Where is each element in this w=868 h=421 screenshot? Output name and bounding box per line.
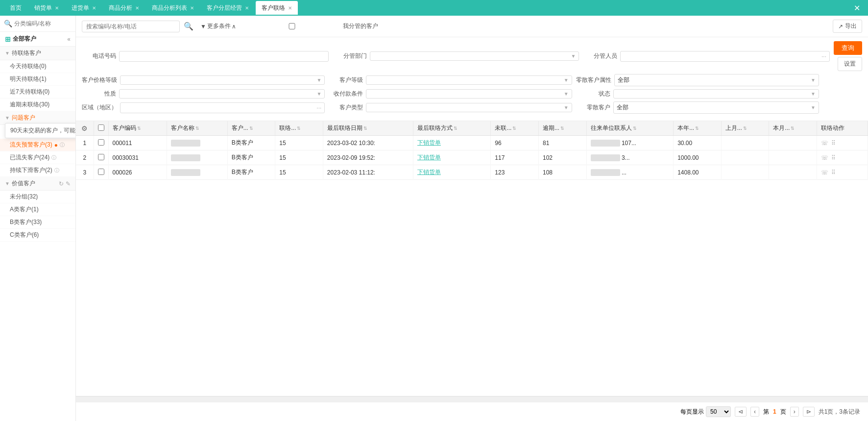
sidebar-group-value[interactable]: ▼ 价值客户 ↻ ✎ (0, 177, 75, 191)
contact-method-link[interactable]: 下销货单 (417, 154, 441, 161)
filter-area-select[interactable]: ··· (120, 102, 325, 113)
sort-icon-overdue[interactable]: ⇅ (560, 126, 564, 131)
sidebar-collapse-btn[interactable]: « (67, 36, 71, 43)
sort-icon-level[interactable]: ⇅ (249, 126, 253, 131)
sidebar-all-customers[interactable]: ⊞ 全部客户 « (0, 32, 75, 47)
more-conditions-button[interactable]: ▼ 更多条件 ∧ (197, 20, 239, 32)
th-settings[interactable]: ⚙ (76, 121, 94, 136)
last-page-button[interactable]: ⊳ (803, 407, 815, 417)
filter-row-4: 区域（地区） ··· 客户类型 ▼ 零散客户 全部 (82, 101, 862, 114)
tab-customer-tier-close[interactable]: ✕ (245, 5, 249, 11)
filter-zero-attr-select[interactable]: 全部 ▼ (614, 74, 819, 86)
tab-analysis-list[interactable]: 商品分析列表 ✕ (146, 1, 200, 15)
more-action-icon[interactable]: ⠿ (831, 169, 836, 176)
sidebar-item-c-class[interactable]: C类客户(6) (0, 229, 75, 242)
contact-method-link[interactable]: 下销货单 (417, 169, 441, 175)
sort-icon-name[interactable]: ⇅ (195, 126, 199, 131)
filter-manager-select[interactable]: ··· (620, 51, 830, 62)
tab-analysis-close[interactable]: ✕ (135, 5, 139, 11)
tab-customer-contact-close[interactable]: ✕ (288, 5, 292, 11)
select-all-checkbox[interactable] (98, 124, 104, 131)
tab-analysis[interactable]: 商品分析 ✕ (103, 1, 145, 15)
sort-icon-not-contacted[interactable]: ⇅ (512, 126, 516, 131)
sort-icon-date[interactable]: ⇅ (363, 126, 367, 131)
tab-analysis-list-close[interactable]: ✕ (190, 5, 194, 11)
sidebar-group-pending[interactable]: ▼ 待联络客户 (0, 47, 75, 60)
first-page-button[interactable]: ⊲ (735, 407, 747, 417)
my-customers-checkbox[interactable] (243, 23, 341, 29)
sidebar-item-a-class[interactable]: A类客户(1) (0, 203, 75, 216)
th-checkbox[interactable] (94, 121, 108, 136)
sort-icon-last-month[interactable]: ⇅ (743, 126, 747, 131)
filter-phone-input[interactable] (119, 51, 329, 62)
search-input[interactable] (82, 21, 180, 32)
sort-icon-method[interactable]: ⇅ (454, 126, 458, 131)
prev-page-button[interactable]: ‹ (750, 407, 759, 417)
settings-icon[interactable]: ⚙ (81, 124, 88, 132)
my-customers-checkbox-label[interactable]: 我分管的客户 (243, 22, 378, 30)
tab-home[interactable]: 首页 (4, 1, 27, 15)
cell-last-method[interactable]: 下销货单 (413, 150, 490, 165)
sidebar-item-overdue[interactable]: 逾期未联络(30) (0, 99, 75, 111)
contact-icon[interactable]: ☏ (821, 169, 828, 176)
cell-action[interactable]: ☏ ⠿ (817, 136, 868, 150)
sidebar-item-tomorrow[interactable]: 明天待联络(1) (0, 73, 75, 86)
cell-action[interactable]: ☏ ⠿ (817, 165, 868, 180)
cell-checkbox[interactable] (94, 136, 108, 150)
tab-sales-close[interactable]: ✕ (55, 5, 59, 11)
cell-action[interactable]: ☏ ⠿ (817, 150, 868, 165)
sidebar-item-declining[interactable]: 持续下滑客户(2) ⓘ (0, 164, 75, 177)
sidebar-search-input[interactable] (14, 20, 72, 27)
th-this-year: 本年... ⇅ (674, 121, 722, 136)
sidebar-item-today[interactable]: 今天待联络(0) (0, 60, 75, 73)
sidebar-item-7days[interactable]: 近7天待联络(0) (0, 86, 75, 99)
tab-customer-tier[interactable]: 客户分层经营 ✕ (201, 1, 255, 15)
sidebar-item-ungrouped-label: 未分组(32) (10, 193, 38, 201)
tab-sales[interactable]: 销货单 ✕ (28, 1, 65, 15)
more-action-icon[interactable]: ⠿ (831, 140, 836, 147)
contact-icon[interactable]: ☏ (821, 140, 828, 147)
sort-icon-code[interactable]: ⇅ (137, 126, 141, 131)
more-icon-area[interactable]: ··· (316, 104, 321, 111)
filter-zero-customer-select[interactable]: 全部 ▼ (613, 101, 819, 114)
tab-purchase[interactable]: 进货单 ✕ (66, 1, 102, 15)
next-page-button[interactable]: › (790, 407, 799, 417)
filter-nature-select[interactable]: ▼ (119, 89, 325, 99)
sort-icon-contact[interactable]: ⇅ (297, 126, 301, 131)
sidebar-item-ungrouped[interactable]: 未分组(32) (0, 191, 75, 203)
cell-checkbox[interactable] (94, 165, 108, 180)
sort-icon-this-month[interactable]: ⇅ (791, 126, 795, 131)
sort-icon-year[interactable]: ⇅ (695, 126, 699, 131)
th-unit-contact: 往来单位联系人 ⇅ (586, 121, 674, 136)
contact-icon[interactable]: ☏ (821, 154, 828, 161)
tab-purchase-close[interactable]: ✕ (92, 5, 96, 11)
export-button[interactable]: ↗ 导出 (833, 20, 862, 33)
window-close-button[interactable]: ✕ (850, 3, 864, 13)
sidebar-item-lost[interactable]: 已流失客户(24) ⓘ (0, 151, 75, 164)
filter-customer-type-select[interactable]: ▼ (366, 103, 572, 112)
refresh-icon[interactable]: ↻ (59, 180, 64, 187)
per-page-select[interactable]: 50 100 200 (706, 406, 731, 417)
sidebar-item-b-class[interactable]: B类客户(33) (0, 216, 75, 229)
edit-icon[interactable]: ✎ (66, 180, 71, 187)
search-icon[interactable]: 🔍 (184, 22, 193, 31)
settings-button[interactable]: 设置 (838, 57, 862, 71)
sidebar-item-at-risk[interactable]: 流失预警客户(3) ● ⓘ (0, 139, 75, 151)
horizontal-scrollbar[interactable] (76, 396, 868, 402)
filter-payment-select[interactable]: ▼ (366, 89, 572, 99)
more-icon-manager[interactable]: ··· (821, 53, 826, 60)
th-action: 联络动作 (817, 121, 868, 136)
cell-checkbox[interactable] (94, 150, 108, 165)
filter-customer-level-select[interactable]: ▼ (366, 75, 572, 85)
th-last-month: 上月... ⇅ (721, 121, 769, 136)
tab-customer-contact[interactable]: 客户联络 ✕ (256, 1, 298, 15)
more-action-icon[interactable]: ⠿ (831, 154, 836, 161)
query-button[interactable]: 查询 (834, 41, 862, 55)
filter-dept-select[interactable]: ▼ (370, 51, 579, 61)
cell-last-method[interactable]: 下销货单 (413, 165, 490, 180)
contact-method-link[interactable]: 下销货单 (417, 139, 441, 146)
filter-price-level-select[interactable]: ▼ (120, 75, 325, 85)
sort-icon-unit[interactable]: ⇅ (633, 126, 637, 131)
filter-status-select[interactable]: ▼ (613, 89, 819, 99)
cell-last-method[interactable]: 下销货单 (413, 136, 490, 150)
